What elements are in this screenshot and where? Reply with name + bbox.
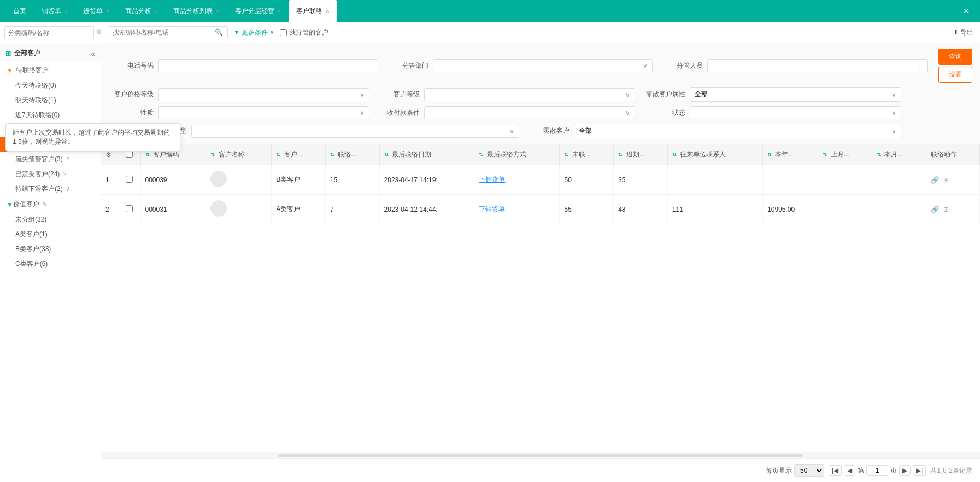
sort-icon[interactable]: ⇅	[330, 152, 335, 158]
first-page-button[interactable]: |◀	[829, 465, 842, 476]
all-customers-header[interactable]: ⊞ 全部客户 «	[0, 44, 101, 62]
row-checkbox[interactable]	[126, 205, 133, 212]
grid-icon[interactable]: ⊞	[943, 206, 949, 213]
prev-page-button[interactable]: ◀	[844, 465, 855, 476]
col-last-contact-method: ⇅ 最后联络方式	[474, 144, 560, 165]
settings-button[interactable]: 设置	[938, 67, 972, 83]
sidebar-item-7days[interactable]: 近7天待联络(0)	[0, 108, 101, 123]
sort-icon[interactable]: ⇅	[564, 152, 568, 158]
waiting-contact-group[interactable]: ▼ 待联络客户	[0, 62, 101, 78]
settings-icon[interactable]: ⚙	[105, 151, 112, 159]
sort-icon[interactable]: ⇅	[384, 152, 389, 158]
price-level-select[interactable]: ∨	[158, 88, 369, 101]
nav-purchase-order[interactable]: 进货单 ×	[75, 0, 117, 22]
sort-icon[interactable]: ⇅	[618, 152, 623, 158]
sort-icon[interactable]: ⇅	[877, 152, 881, 158]
grid-icon[interactable]: ⊞	[943, 176, 949, 184]
sidebar-item-ungrouped[interactable]: 未分组(32)	[0, 212, 101, 227]
close-icon[interactable]: ×	[155, 8, 158, 14]
close-icon[interactable]: ×	[216, 8, 219, 14]
last-method-link[interactable]: 下销货单	[479, 176, 505, 183]
price-level-label: 客户价格等级	[109, 90, 158, 99]
chevron-down-icon: ∨	[891, 91, 896, 98]
chevron-down-icon: ∨	[509, 127, 514, 135]
sidebar-item-today[interactable]: 今天待联络(0)	[0, 78, 101, 93]
row-overdue-cell: 35	[614, 165, 668, 195]
sidebar-search-button[interactable]: 🔍	[96, 29, 101, 37]
search-input[interactable]	[113, 28, 213, 36]
sidebar-item-churned[interactable]: 已流失客户(24) ?	[0, 167, 101, 182]
nav-home[interactable]: 首页	[5, 0, 34, 22]
close-icon[interactable]: ×	[326, 8, 329, 14]
top-navigation: 首页 销货单 × 进货单 × 商品分析 × 商品分析列表 × 客户分层经营 × …	[0, 0, 980, 22]
sidebar-item-declining[interactable]: 持续下滑客户(2) ?	[0, 182, 101, 196]
row-last-month-cell	[818, 195, 872, 224]
sidebar-item-class-c[interactable]: C类客户(6)	[0, 257, 101, 271]
main-layout: 🔍 ⊞ 全部客户 « ▼ 待联络客户 今天待联络(0) 明天待联络(1) 近7天…	[0, 22, 980, 482]
search-icon[interactable]: 🔍	[215, 28, 223, 36]
sidebar-item-tomorrow[interactable]: 明天待联络(1)	[0, 93, 101, 108]
my-customers-checkbox[interactable]	[280, 29, 287, 36]
scatter-attr-select[interactable]: 全部 ∨	[690, 87, 901, 102]
sort-icon[interactable]: ⇅	[210, 152, 215, 158]
link-icon[interactable]: 🔗	[931, 206, 939, 213]
dept-select[interactable]: ∨	[433, 59, 653, 72]
my-customers-filter[interactable]: 我分管的客户	[280, 28, 328, 37]
nav-sales-order[interactable]: 销货单 ×	[34, 0, 75, 22]
phone-input[interactable]	[158, 59, 378, 72]
value-customers-group[interactable]: ▼ 价值客户 ✎	[0, 196, 101, 212]
horizontal-scrollbar[interactable]	[101, 452, 980, 458]
per-page-select[interactable]: 50 10 20 100	[794, 464, 824, 477]
nav-customer-contact[interactable]: 客户联络 ×	[289, 0, 337, 22]
last-page-button[interactable]: ▶|	[913, 465, 926, 476]
collapse-icon[interactable]: «	[91, 49, 95, 58]
sidebar-item-class-a[interactable]: A类客户(1)	[0, 227, 101, 242]
row-this-month-cell	[872, 195, 926, 224]
last-method-link[interactable]: 下销货单	[479, 205, 505, 213]
customer-type-select[interactable]: ∨	[191, 125, 519, 138]
window-close-button[interactable]: ×	[958, 5, 975, 17]
sort-icon[interactable]: ⇅	[276, 152, 280, 158]
arrow-down-icon: ▼	[7, 67, 13, 74]
query-buttons: 查询 设置	[938, 49, 972, 83]
filter-person: 分管人员 ···	[658, 59, 928, 72]
nav-customer-layered[interactable]: 客户分层经营 ×	[227, 0, 289, 22]
customer-level-label: 客户等级	[375, 90, 424, 99]
more-conditions-toggle[interactable]: ▼ 更多条件 ∧	[233, 28, 274, 37]
person-select[interactable]: ···	[707, 59, 928, 72]
sort-icon[interactable]: ⇅	[767, 152, 772, 158]
row-checkbox[interactable]	[126, 176, 133, 183]
sort-icon[interactable]: ⇅	[479, 152, 483, 158]
filter-scatter-attr: 零散客户属性 全部 ∨	[641, 87, 901, 102]
page-number-input[interactable]	[866, 465, 888, 476]
col-actions: 联络动作	[926, 144, 979, 165]
next-page-button[interactable]: ▶	[899, 465, 911, 476]
scrollbar-thumb[interactable]	[278, 454, 803, 457]
export-button[interactable]: ⬆ 导出	[953, 28, 973, 37]
sidebar-item-class-b[interactable]: B类客户(33)	[0, 242, 101, 257]
status-select[interactable]: ∨	[690, 106, 901, 119]
close-icon[interactable]: ×	[64, 8, 68, 14]
sort-icon[interactable]: ⇅	[823, 152, 827, 158]
close-icon[interactable]: ×	[278, 8, 281, 14]
sidebar-item-churn-warning[interactable]: 流失预警客户(3) ?	[0, 152, 101, 167]
filter-phone: 电话号码	[109, 59, 378, 72]
per-page-selector: 每页显示 50 10 20 100	[766, 464, 824, 477]
scatter-customer-select[interactable]: 全部 ∨	[574, 124, 901, 138]
col-uncontact: ⇅ 未联...	[560, 144, 614, 165]
nav-product-analysis[interactable]: 商品分析 ×	[118, 0, 166, 22]
sidebar-search-input[interactable]	[4, 26, 94, 39]
row-overdue-cell: 48	[614, 195, 668, 224]
close-icon[interactable]: ×	[106, 8, 109, 14]
query-button[interactable]: 查询	[938, 49, 972, 65]
scatter-customer-label: 零散客户	[525, 126, 574, 136]
customer-level-select[interactable]: ∨	[424, 88, 636, 101]
edit-icon[interactable]: ✎	[42, 201, 47, 208]
col-type: ⇅ 客户...	[272, 144, 326, 165]
sort-icon[interactable]: ⇅	[145, 152, 150, 158]
payment-select[interactable]: ∨	[424, 106, 636, 119]
sort-icon[interactable]: ⇅	[672, 152, 677, 158]
nav-product-analysis-list[interactable]: 商品分析列表 ×	[166, 0, 227, 22]
nature-select[interactable]: ∨	[158, 106, 369, 119]
link-icon[interactable]: 🔗	[931, 176, 939, 184]
